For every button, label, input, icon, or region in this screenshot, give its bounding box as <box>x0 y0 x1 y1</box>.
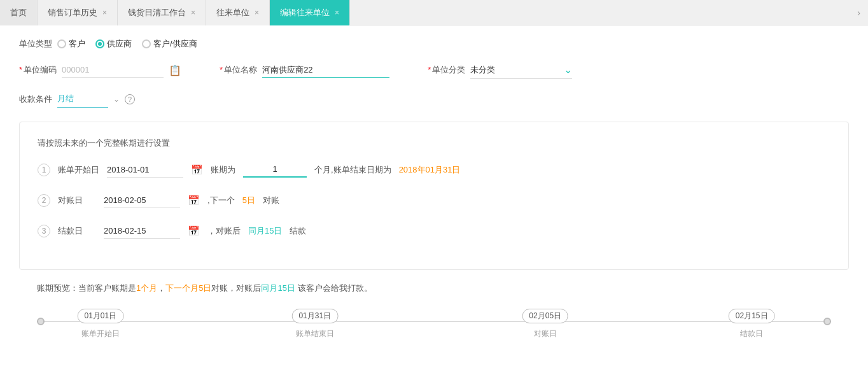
unit-classify-select[interactable]: 未分类 ⌄ <box>470 61 572 79</box>
preview-part2: 下一个月5日 <box>165 283 211 293</box>
step-row-3: 3 结款日 📅 ，对账后 同月15日 结款 <box>38 223 830 239</box>
payment-label: 收款条件 <box>19 94 52 105</box>
preview-suffix: 该客户会给我打款。 <box>295 283 372 293</box>
step-3-number: 3 <box>38 225 50 237</box>
radio-supplier[interactable]: 供应商 <box>95 38 132 50</box>
step-1-calendar-icon[interactable]: 📅 <box>191 164 203 176</box>
step-2-highlight: 5日 <box>242 195 255 206</box>
step-3-date-input[interactable] <box>104 223 180 239</box>
timeline-node-3: 02月05日 对账日 <box>522 312 568 339</box>
preview-section: 账期预览：当前客户账期是1个月，下一个月5日对账，对账后同月15日 该客户会给我… <box>19 283 849 376</box>
radio-both[interactable]: 客户/供应商 <box>142 38 197 50</box>
tab-sales-history[interactable]: 销售订单历史 × <box>38 0 118 25</box>
timeline-start-dot <box>37 318 45 325</box>
step-2-date-input[interactable] <box>104 193 180 208</box>
unit-type-label: 单位类型 <box>19 38 52 50</box>
tab-cash-work[interactable]: 钱货日清工作台 × <box>118 0 206 25</box>
unit-code-label: *单位编码 <box>19 64 57 76</box>
tab-more-button[interactable]: › <box>850 0 868 25</box>
step-1-date-input[interactable] <box>107 162 183 178</box>
step-3-label: 结款日 <box>58 225 96 237</box>
unit-classify-label: *单位分类 <box>428 64 465 76</box>
node-2-label: 账单结束日 <box>296 328 334 339</box>
step-1-mid-text: 账期为 <box>211 164 235 176</box>
preview-text: 账期预览：当前客户账期是1个月，下一个月5日对账，对账后同月15日 该客户会给我… <box>19 283 849 294</box>
preview-prefix: 账期预览：当前客户账期是 <box>37 283 136 293</box>
step-3-prefix: ，对账后 <box>207 225 241 237</box>
timeline-rail <box>37 321 831 322</box>
month-input[interactable] <box>243 162 307 178</box>
node-4-badge: 02月15日 <box>729 309 775 323</box>
timeline-end-dot <box>823 318 831 325</box>
node-4-label: 结款日 <box>740 328 763 339</box>
payment-chevron-icon[interactable]: ⌄ <box>113 95 120 104</box>
step-3-highlight: 同月15日 <box>248 225 282 237</box>
tab-partners-close[interactable]: × <box>255 8 259 17</box>
step-1-end-date: 2018年01月31日 <box>399 164 461 176</box>
radio-both-circle <box>142 39 151 48</box>
unit-classify-value: 未分类 <box>470 64 495 76</box>
tab-edit-partner-label: 编辑往来单位 <box>280 7 330 18</box>
node-2-badge: 01月31日 <box>291 309 338 323</box>
step-3-suffix: 结款 <box>290 225 306 237</box>
unit-info-row: *单位编码 📋 *单位名称 *单位分类 未分类 ⌄ <box>19 61 849 79</box>
payment-select-group: 月结 ⌄ <box>57 90 120 108</box>
step-2-calendar-icon[interactable]: 📅 <box>188 195 200 206</box>
radio-group-unit-type: 客户 供应商 客户/供应商 <box>57 38 197 50</box>
tab-partners[interactable]: 往来单位 × <box>206 0 270 25</box>
radio-customer-circle <box>57 39 66 48</box>
step-1-label: 账单开始日 <box>58 164 99 176</box>
preview-part1: 1个月 <box>136 283 157 293</box>
settings-card: 请按照未来的一个完整帐期进行设置 1 账单开始日 📅 账期为 个月,账单结束日期… <box>19 122 849 270</box>
tab-cash-work-label: 钱货日清工作台 <box>128 7 186 18</box>
node-3-label: 对账日 <box>534 328 557 339</box>
settings-title: 请按照未来的一个完整帐期进行设置 <box>38 137 830 149</box>
step-2-prefix: ,下一个 <box>207 195 235 206</box>
radio-customer-label: 客户 <box>69 38 85 50</box>
step-3-calendar-icon[interactable]: 📅 <box>188 225 200 237</box>
timeline-node-2: 01月31日 账单结束日 <box>291 312 338 339</box>
tab-edit-partner[interactable]: 编辑往来单位 × <box>270 0 350 25</box>
unit-name-group: *单位名称 <box>220 62 389 78</box>
unit-type-row: 单位类型 客户 供应商 客户/供应商 <box>19 38 849 50</box>
classify-chevron-icon: ⌄ <box>564 64 572 76</box>
tab-more-icon: › <box>857 8 860 18</box>
main-content: 单位类型 客户 供应商 客户/供应商 *单位编码 📋 <box>0 25 868 387</box>
timeline-node-4: 02月15日 结款日 <box>729 312 775 339</box>
preview-sep2: 对账，对账后 <box>211 283 261 293</box>
tab-cash-work-close[interactable]: × <box>191 8 195 17</box>
payment-help-icon[interactable]: ? <box>125 94 135 104</box>
step-1-number: 1 <box>38 164 50 176</box>
preview-part3: 同月15日 <box>261 283 295 293</box>
radio-supplier-circle <box>95 39 104 48</box>
tab-sales-history-label: 销售订单历史 <box>48 7 97 18</box>
tab-bar: 首页 销售订单历史 × 钱货日清工作台 × 往来单位 × 编辑往来单位 × › <box>0 0 868 25</box>
step-2-number: 2 <box>38 194 50 207</box>
tab-home[interactable]: 首页 <box>0 0 38 25</box>
payment-row: 收款条件 月结 ⌄ ? <box>19 90 849 108</box>
node-1-badge: 01月01日 <box>77 309 123 323</box>
timeline-node-1: 01月01日 账单开始日 <box>77 312 123 339</box>
radio-both-label: 客户/供应商 <box>153 38 197 50</box>
radio-customer[interactable]: 客户 <box>57 38 85 50</box>
tab-home-label: 首页 <box>10 7 27 18</box>
step-row-1: 1 账单开始日 📅 账期为 个月,账单结束日期为 2018年01月31日 <box>38 162 830 178</box>
unit-code-group: *单位编码 📋 <box>19 62 181 78</box>
step-2-suffix: 对账 <box>263 195 279 206</box>
step-1-suffix: 个月,账单结束日期为 <box>314 164 391 176</box>
node-1-label: 账单开始日 <box>81 328 120 339</box>
payment-value: 月结 <box>57 90 108 108</box>
node-3-badge: 02月05日 <box>522 309 568 323</box>
unit-classify-group: *单位分类 未分类 ⌄ <box>428 61 572 79</box>
copy-icon[interactable]: 📋 <box>169 64 181 76</box>
unit-name-input[interactable] <box>262 62 389 78</box>
timeline-wrapper: 01月01日 账单开始日 01月31日 账单结束日 02月05日 对账日 02月… <box>37 312 831 363</box>
unit-code-input[interactable] <box>62 62 164 78</box>
step-row-2: 2 对账日 📅 ,下一个 5日 对账 <box>38 193 830 208</box>
tab-partners-label: 往来单位 <box>216 7 249 18</box>
preview-sep1: ， <box>157 283 165 293</box>
radio-supplier-label: 供应商 <box>107 38 132 50</box>
step-2-label: 对账日 <box>58 195 96 206</box>
tab-sales-history-close[interactable]: × <box>102 8 107 17</box>
tab-edit-partner-close[interactable]: × <box>335 8 339 17</box>
